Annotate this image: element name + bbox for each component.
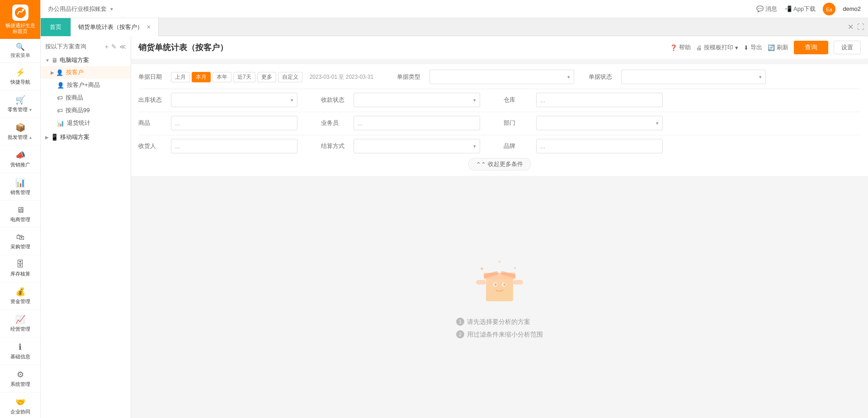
help-button[interactable]: ❓ 帮助 — [670, 43, 691, 52]
date-btn-last-7[interactable]: 近7天 — [233, 72, 255, 82]
scheme-panel: 按以下方案查询 + ✎ ≪ ▼ 🖥 电脑端方案 ▶ 👤 按客户 — [41, 36, 131, 418]
empty-hint-2: 2 用过滤条件来缩小分析范围 — [456, 328, 543, 341]
scheme-group-mobile-header[interactable]: ▶ 📱 移动端方案 — [41, 131, 131, 143]
date-btn-custom[interactable]: 自定义 — [278, 72, 302, 82]
page-title: 销货单统计表（按客户） — [138, 42, 228, 53]
refresh-icon: 🔄 — [768, 44, 775, 51]
setting-button[interactable]: 设置 — [834, 41, 861, 54]
sidebar-item-purchase[interactable]: 🛍 采购管理 — [0, 228, 40, 255]
topbar-dropdown-icon[interactable]: ▾ — [110, 6, 113, 12]
scheme-edit-button[interactable]: ✎ — [111, 43, 117, 50]
brand-select[interactable]: ... — [536, 139, 663, 153]
scheme-add-button[interactable]: + — [105, 43, 108, 50]
payment-status-select[interactable]: ▾ — [354, 93, 480, 107]
tab-bar-close-icon[interactable]: ✕ — [848, 23, 854, 31]
export-icon: ⬇ — [744, 44, 749, 51]
empty-hint-text-1: 请先选择要分析的方案 — [467, 315, 530, 328]
goods-label: 商品 — [138, 119, 165, 127]
tab-sales-stat[interactable]: 销货单统计表（按客户） ✕ — [71, 18, 159, 36]
svg-rect-11 — [513, 280, 523, 285]
export-button[interactable]: ⬇ 导出 — [744, 43, 762, 52]
refresh-button[interactable]: 🔄 刷新 — [768, 43, 788, 52]
date-btn-this-month[interactable]: 本月 — [192, 72, 211, 82]
warehouse-select[interactable]: ... — [536, 93, 663, 107]
sidebar-item-marketing[interactable]: 📣 营销推广 — [0, 146, 40, 173]
user-name[interactable]: demo2 — [843, 5, 861, 12]
scheme-item-by-customer-goods[interactable]: 👤 按客户+商品 — [41, 79, 131, 91]
retail-icon: 🛒 — [15, 95, 25, 105]
sidebar-item-inventory[interactable]: 🗄 库存核算 — [0, 255, 40, 282]
inventory-label: 库存核算 — [10, 271, 30, 277]
bill-status-label: 单据状态 — [589, 73, 616, 81]
wholesale-icon: 📦 — [15, 123, 25, 133]
scheme-item-return-stat[interactable]: 📊 退货统计 — [41, 117, 131, 129]
filter-row-4: 收货人 ... 结算方式 ▾ 品牌 ... — [138, 139, 861, 153]
sidebar-item-enterprise[interactable]: 🤝 企业协同 — [0, 393, 40, 418]
bill-type-select[interactable]: ▾ — [429, 70, 574, 84]
main-panel: 销货单统计表（按客户） ❓ 帮助 🖨 按模板打印 ▾ ⬇ 导出 — [131, 36, 868, 418]
message-label: 消息 — [765, 5, 777, 13]
tab-home[interactable]: 首页 — [41, 18, 71, 36]
retail-label: 零售管理 ▼ — [8, 106, 33, 113]
warehouse-placeholder: ... — [540, 97, 545, 104]
salesperson-select[interactable]: ... — [354, 116, 480, 130]
sidebar-item-finance[interactable]: 💰 资金管理 — [0, 282, 40, 310]
topbar: 办公用品行业模拟账套 ▾ 💬 消息 📲 App下载 demo2 — [41, 0, 868, 18]
settlement-select[interactable]: ▾ — [354, 139, 480, 153]
scheme-bar-chart-icon: 📊 — [57, 120, 64, 127]
quick-nav-label: 快捷导航 — [10, 79, 30, 86]
empty-hint: 1 请先选择要分析的方案 2 用过滤条件来缩小分析范围 — [456, 315, 543, 341]
goods-select[interactable]: ... — [171, 116, 297, 130]
brand-placeholder: ... — [540, 143, 545, 150]
sidebar-item-wholesale[interactable]: 📦 批发管理 ▲ — [0, 118, 40, 146]
scheme-active-arrow: ▶ — [51, 70, 54, 75]
sidebar-item-sales[interactable]: 📊 销售管理 — [0, 173, 40, 201]
wholesale-label: 批发管理 ▲ — [8, 134, 33, 141]
scheme-item-by-goods-99[interactable]: 🏷 按商品99 — [41, 104, 131, 117]
message-button[interactable]: 💬 消息 — [756, 5, 777, 13]
sidebar-item-system[interactable]: ⚙ 系统管理 — [0, 365, 40, 393]
date-btn-more[interactable]: 更多 — [257, 72, 276, 82]
marketing-label: 营销推广 — [10, 162, 30, 168]
tab-bar-expand-icon[interactable]: ⛶ — [857, 23, 864, 31]
date-range: 2023-03-01 至 2023-03-31 — [310, 73, 373, 81]
app-download-button[interactable]: 📲 App下载 — [784, 5, 816, 13]
scheme-item-by-goods[interactable]: 🏷 按商品 — [41, 91, 131, 104]
recipient-select[interactable]: ... — [171, 139, 297, 153]
scheme-item-by-customer[interactable]: ▶ 👤 按客户 — [41, 66, 131, 79]
logo-icon — [12, 5, 28, 21]
svg-text:✦: ✦ — [479, 265, 485, 272]
sidebar-item-operation[interactable]: 📈 经营管理 — [0, 310, 40, 337]
empty-state: ✦ ✦ ✦ 1 请先选择要分析的方案 2 用过滤条件来缩小分析范围 — [447, 227, 552, 368]
bill-status-select[interactable]: ▾ — [621, 70, 766, 84]
sidebar-logo[interactable]: 畅捷通好生意 标题页 — [0, 0, 40, 39]
basic-icon: ℹ — [19, 342, 22, 352]
query-button[interactable]: 查询 — [794, 41, 828, 54]
svg-rect-2 — [486, 276, 513, 301]
scheme-item-label-2: 按客户+商品 — [67, 81, 100, 89]
export-label: 导出 — [750, 43, 762, 52]
sidebar-item-ecommerce[interactable]: 🖥 电商管理 — [0, 201, 40, 228]
department-select[interactable]: ▾ — [536, 116, 663, 130]
scheme-collapse-button[interactable]: ≪ — [119, 43, 126, 50]
scheme-panel-header: 按以下方案查询 + ✎ ≪ — [41, 41, 131, 54]
date-btn-this-year[interactable]: 本年 — [212, 72, 231, 82]
svg-text:✦: ✦ — [497, 259, 502, 265]
scheme-group-desktop-header[interactable]: ▼ 🖥 电脑端方案 — [41, 54, 131, 66]
date-btn-last-month[interactable]: 上月 — [171, 72, 190, 82]
payment-status-arrow: ▾ — [473, 97, 476, 103]
sidebar-item-retail[interactable]: 🛒 零售管理 ▼ — [0, 90, 40, 118]
sidebar-item-basic[interactable]: ℹ 基础信息 — [0, 337, 40, 365]
template-print-button[interactable]: 🖨 按模板打印 ▾ — [696, 43, 738, 52]
step-num-1: 1 — [456, 318, 464, 326]
scheme-group-desktop: ▼ 🖥 电脑端方案 ▶ 👤 按客户 👤 按客户+商品 🏷 按商品 — [41, 54, 131, 129]
filter-row-2: 出库状态 ▾ 收款状态 ▾ 仓库 ... — [138, 93, 861, 107]
tab-close-icon[interactable]: ✕ — [146, 24, 151, 30]
avatar[interactable] — [823, 3, 835, 15]
sidebar-quick-nav[interactable]: ⚡ 快捷导航 — [0, 63, 40, 90]
ship-status-select[interactable]: ▾ — [171, 93, 297, 107]
page-header: 销货单统计表（按客户） ❓ 帮助 🖨 按模板打印 ▾ ⬇ 导出 — [131, 36, 868, 59]
sidebar-search[interactable]: 🔍 搜索菜单 — [0, 39, 40, 63]
scheme-item-label: 按客户 — [66, 68, 84, 76]
collapse-button[interactable]: ⌃⌃ 收起更多条件 — [468, 158, 531, 171]
